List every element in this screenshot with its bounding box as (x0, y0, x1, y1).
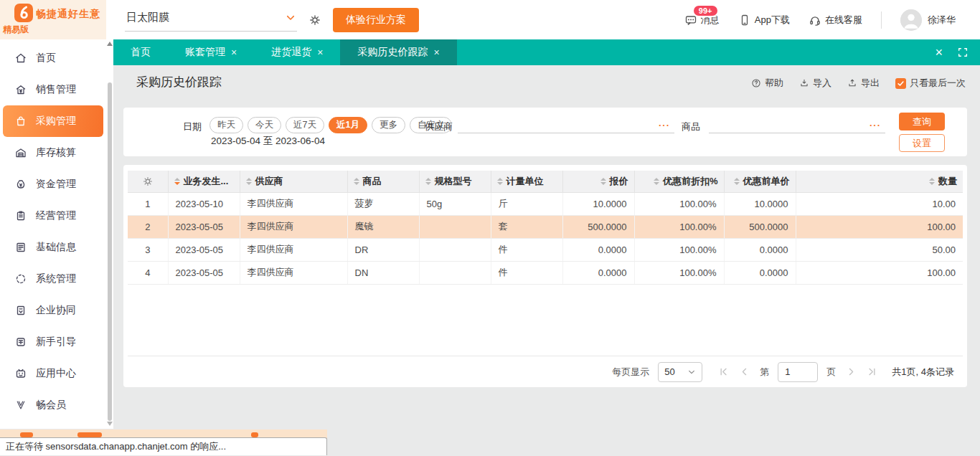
sort-icon[interactable] (174, 178, 180, 185)
tab-purchase-returns[interactable]: 进货退货× (254, 39, 340, 65)
tab-close-icon[interactable]: × (317, 47, 323, 58)
help-button[interactable]: 帮助 (751, 77, 783, 90)
tab-home[interactable]: 首页 (113, 39, 168, 65)
sort-icon[interactable] (497, 178, 503, 185)
app-download-button[interactable]: App下载 (738, 14, 790, 27)
header-discount[interactable]: 优惠前折扣% (634, 171, 724, 192)
supplier-input[interactable]: ··· (458, 115, 674, 133)
date-pill-yesterday[interactable]: 昨天 (209, 117, 243, 133)
sidebar-item-sales[interactable]: 销售管理 (3, 74, 103, 105)
sidebar-item-operations[interactable]: 经营管理 (3, 200, 103, 232)
sidebar-item-purchase[interactable]: 采购管理 (3, 105, 103, 137)
scroll-up-arrow-icon[interactable] (107, 42, 113, 46)
page-title: 采购历史价跟踪 (136, 74, 222, 90)
sidebar-item-label: 新手引导 (36, 336, 76, 348)
sidebar-item-inventory[interactable]: 库存核算 (3, 137, 103, 168)
online-service-button[interactable]: 在线客服 (809, 14, 862, 27)
last-page-icon[interactable] (867, 366, 877, 377)
cell-pre_price: 10.0000 (724, 192, 796, 215)
header-date[interactable]: 业务发生... (168, 171, 240, 192)
next-page-icon[interactable] (846, 366, 857, 377)
cell-supplier: 李四供应商 (240, 238, 347, 261)
per-page-select[interactable]: 50 (658, 362, 702, 382)
help-label: 帮助 (765, 77, 783, 90)
table-row[interactable]: 32023-05-05李四供应商DR件0.0000100.00%0.000050… (128, 238, 963, 261)
sidebar-item-label: 经营管理 (36, 209, 76, 222)
sort-icon[interactable] (354, 178, 359, 185)
search-button[interactable]: 查询 (899, 113, 945, 130)
sort-icon[interactable] (734, 178, 740, 185)
date-pill-today[interactable]: 今天 (248, 117, 281, 133)
settings-button[interactable]: 设置 (899, 134, 945, 152)
tab-label: 账套管理 (185, 46, 225, 59)
date-pill-last-1-month[interactable]: 近1月 (329, 117, 367, 133)
sort-icon[interactable] (654, 178, 659, 185)
table-row[interactable]: 22023-05-05李四供应商魔镜套500.0000100.00%500.00… (128, 215, 963, 238)
sidebar-item-home[interactable]: 首页 (3, 42, 103, 74)
chevron-down-icon (286, 13, 296, 23)
inventory-icon (14, 146, 27, 159)
date-pill-last-7-days[interactable]: 近7天 (286, 117, 324, 133)
fullscreen-icon[interactable] (957, 47, 969, 58)
cell-spec (419, 261, 491, 284)
select-chevron-icon (687, 368, 696, 376)
divider (881, 11, 882, 29)
account-select[interactable]: 日太阳膜 (125, 8, 297, 32)
sort-icon[interactable] (929, 178, 935, 185)
tab-close-icon[interactable]: × (433, 47, 439, 58)
table-row[interactable]: 12023-05-10李四供应商菠萝50g斤10.0000100.00%10.0… (128, 192, 963, 215)
column-gear-icon[interactable] (142, 176, 154, 187)
column-settings-header[interactable] (128, 171, 168, 192)
sidebar-item-base-info[interactable]: 基础信息 (3, 232, 103, 263)
system-icon (14, 272, 27, 285)
sidebar-item-label: 资金管理 (36, 178, 76, 191)
sidebar-item-app-center[interactable]: 应用中心 (3, 358, 103, 389)
sort-icon[interactable] (600, 178, 606, 185)
cell-quote: 0.0000 (562, 261, 634, 284)
results-table-card: 业务发生... 供应商 商品 规格型号 计量单位 报价 优惠前折扣% 优惠前单价… (123, 165, 967, 387)
header-supplier[interactable]: 供应商 (240, 171, 347, 192)
sidebar-item-collaboration[interactable]: 企业协同 (3, 295, 103, 326)
tab-account-books[interactable]: 账套管理× (168, 39, 254, 65)
sidebar: 首页销售管理采购管理库存核算资金管理经营管理基础信息系统管理企业协同新手引导应用… (0, 39, 106, 429)
trial-plan-button[interactable]: 体验行业方案 (333, 8, 419, 32)
sort-icon[interactable] (425, 178, 431, 185)
checkbox-checked-icon (895, 78, 906, 89)
import-button[interactable]: 导入 (799, 77, 831, 90)
sidebar-item-system[interactable]: 系统管理 (3, 263, 103, 295)
date-pill-more[interactable]: 更多 (372, 117, 405, 133)
scrollbar-thumb[interactable] (108, 82, 112, 421)
supplier-picker-ellipsis[interactable]: ··· (659, 120, 670, 130)
page-number-input[interactable] (778, 362, 818, 382)
close-all-tabs-icon[interactable]: × (935, 45, 943, 60)
sidebar-item-funds[interactable]: 资金管理 (3, 168, 103, 200)
first-page-icon[interactable] (718, 366, 729, 377)
sidebar-item-guide[interactable]: 新手引导 (3, 326, 103, 358)
sidebar-scrollbar[interactable] (106, 39, 113, 429)
user-menu[interactable]: 徐泽华 (900, 9, 956, 31)
member-icon (14, 399, 27, 412)
last-only-checkbox[interactable]: 只看最后一次 (895, 77, 966, 90)
prev-page-icon[interactable] (739, 366, 750, 377)
supplier-filter-label: 供应商 (425, 120, 453, 133)
header-spec[interactable]: 规格型号 (419, 171, 491, 192)
product-input[interactable]: ··· (709, 115, 885, 133)
browser-status-text: 正在等待 sensorsdata.chanapp.chanjet.com 的响应… (0, 437, 327, 455)
sort-icon[interactable] (246, 178, 252, 185)
tab-close-icon[interactable]: × (231, 47, 237, 58)
messages-button[interactable]: 99+ 消息 (684, 14, 720, 27)
header-pre-price[interactable]: 优惠前单价 (724, 171, 796, 192)
app-download-label: App下载 (755, 14, 790, 27)
logo-subtitle: 精易版 (3, 24, 29, 36)
header-product[interactable]: 商品 (347, 171, 419, 192)
header-qty[interactable]: 数量 (902, 171, 963, 192)
product-picker-ellipsis[interactable]: ··· (870, 120, 881, 130)
scroll-down-arrow-icon[interactable] (107, 422, 113, 426)
tab-purchase-price-history[interactable]: 采购历史价跟踪× (340, 39, 456, 65)
table-row[interactable]: 42023-05-05李四供应商DN件0.0000100.00%0.000010… (128, 261, 963, 284)
header-quote[interactable]: 报价 (562, 171, 634, 192)
export-button[interactable]: 导出 (847, 77, 880, 90)
sidebar-item-member[interactable]: 畅会员 (3, 389, 103, 421)
header-unit[interactable]: 计量单位 (491, 171, 562, 192)
settings-gear-icon[interactable] (308, 14, 321, 27)
